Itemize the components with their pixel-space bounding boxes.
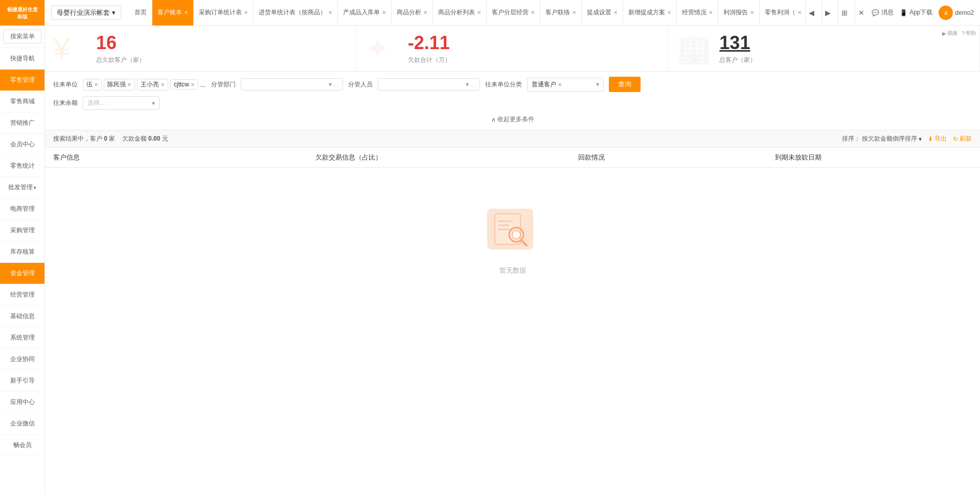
sidebar-item-finance[interactable]: 资金管理	[0, 263, 44, 284]
chevron-down-icon: ▾	[329, 81, 332, 88]
sidebar-item-retail-stat[interactable]: 零售统计	[0, 155, 44, 177]
query-button[interactable]: 查询	[609, 77, 641, 92]
balance-label: 往来余额	[53, 99, 78, 107]
chevron-down-icon: ▾	[919, 136, 922, 143]
sidebar-item-appcenter[interactable]: 应用中心	[0, 392, 44, 413]
sidebar-item-label: 零售统计	[10, 162, 35, 170]
tag-close-icon[interactable]: ✕	[94, 82, 98, 87]
tab-improve-settings[interactable]: 提成设置 ✕	[582, 0, 623, 26]
col-overdue: 到期未放欵日期	[775, 153, 972, 162]
sidebar-item-retail[interactable]: 零售管理	[0, 70, 44, 91]
tab-close-all-button[interactable]: ✕	[855, 0, 868, 26]
filter-tags-container: 伍 ✕ 陈民强 ✕ 王小亮 ✕ cjttcw ✕	[83, 79, 206, 91]
video-help-button[interactable]: ▶ 视频	[942, 30, 958, 37]
tab-close-icon[interactable]: ✕	[477, 10, 481, 15]
tab-product-analysis[interactable]: 商品分析 ✕	[392, 0, 433, 26]
app-download-button[interactable]: 📱 App下载	[900, 8, 932, 17]
sidebar-item-quick-nav[interactable]: 快捷导航	[0, 48, 44, 70]
export-button[interactable]: ⬇ 导出	[928, 134, 947, 143]
manager-more-dots: ...	[471, 81, 475, 87]
sidebar-item-operations[interactable]: 经营管理	[0, 284, 44, 306]
message-icon: 💬	[872, 9, 879, 16]
tab-home[interactable]: 首页	[129, 0, 152, 26]
sidebar-item-inventory[interactable]: 库存核算	[0, 241, 44, 263]
tab-customer-segment[interactable]: 客户分层经营 ✕	[487, 0, 540, 26]
balance-placeholder: 选择...	[87, 99, 105, 107]
balance-select[interactable]: 选择... ▾	[83, 96, 159, 110]
no-data-illustration	[490, 211, 531, 247]
tab-close-icon[interactable]: ✕	[709, 10, 713, 15]
tab-close-icon[interactable]: ✕	[244, 10, 248, 15]
sidebar-item-vip[interactable]: 畅会员	[0, 435, 44, 456]
sidebar-item-ecommerce[interactable]: 电商管理	[0, 198, 44, 220]
tag-close-icon[interactable]: ✕	[558, 82, 562, 87]
table-body: 暂无数据	[45, 168, 980, 316]
search-actions: 排序： 按欠款金额倒序排序 ▾ ⬇ 导出 ↻ 刷新	[842, 134, 972, 143]
tab-close-icon[interactable]: ✕	[382, 10, 386, 15]
sidebar-item-member[interactable]: 会员中心	[0, 134, 44, 155]
sidebar-item-retail-mall[interactable]: 零售商城	[0, 91, 44, 113]
svg-rect-3	[498, 229, 511, 230]
tag-label: 伍	[86, 80, 93, 89]
collapse-label: 收起更多条件	[497, 115, 534, 124]
sidebar-item-guide[interactable]: 新手引导	[0, 370, 44, 392]
sidebar-item-system[interactable]: 系统管理	[0, 327, 44, 349]
tab-customer-book[interactable]: 客户账本 ✕	[152, 0, 194, 26]
tab-close-icon[interactable]: ✕	[531, 10, 535, 15]
sidebar-search-area: 搜索菜单	[0, 26, 44, 48]
stat-debt-label: 欠款合计（万）	[408, 56, 451, 64]
tab-cost-inbound[interactable]: 产成品入库单 ✕	[338, 0, 392, 26]
tab-close-icon[interactable]: ✕	[328, 10, 332, 15]
tab-purchase-order[interactable]: 采购订单统计表 ✕	[194, 0, 254, 26]
text-help-button[interactable]: ? 帮助	[962, 30, 976, 37]
sidebar-item-marketing[interactable]: 营销推广	[0, 113, 44, 134]
top-bar: 母婴行业演示帐套 ▾ 首页 客户账本 ✕ 采购订单统计表 ✕ 进货单统计表（按商…	[45, 0, 980, 26]
tab-incoming-stat[interactable]: 进货单统计表（按商品） ✕	[254, 0, 338, 26]
tab-close-icon[interactable]: ✕	[184, 10, 188, 15]
sidebar-item-enterprise[interactable]: 企业协同	[0, 349, 44, 370]
collapse-button[interactable]: ∧ 收起更多条件	[53, 114, 972, 125]
table-header: 客户信息 欠款交易信息（占比） 回款情况 到期未放欵日期	[45, 148, 980, 168]
sort-select[interactable]: 排序： 按欠款金额倒序排序 ▾	[842, 134, 922, 143]
tab-close-icon[interactable]: ✕	[667, 10, 671, 15]
sidebar-item-label: 企业协同	[10, 355, 35, 364]
tab-next-button[interactable]: ▶	[822, 0, 834, 26]
user-profile-button[interactable]: d demo2	[939, 6, 974, 20]
tag-label: cjttcw	[174, 81, 189, 88]
tab-close-icon[interactable]: ✕	[750, 10, 754, 15]
more-tags-button[interactable]: ...	[200, 81, 206, 88]
sidebar-item-wechat[interactable]: 企业微信	[0, 413, 44, 435]
tab-customer-connect[interactable]: 客户联络 ✕	[540, 0, 582, 26]
unit-class-select[interactable]: 普通客户 ✕ ▾	[527, 78, 604, 92]
empty-icon-bg	[487, 209, 533, 250]
tab-operations-status[interactable]: 经营情况 ✕	[677, 0, 718, 26]
tab-label: 客户分层经营	[492, 8, 529, 17]
tab-close-icon[interactable]: ✕	[572, 10, 576, 15]
refresh-button[interactable]: ↻ 刷新	[953, 134, 972, 143]
top-right-area: 💬 消息 📱 App下载 d demo2	[872, 6, 974, 20]
tab-retail-profit[interactable]: 零售利润（ ✕	[760, 0, 801, 26]
tab-close-icon[interactable]: ✕	[797, 10, 801, 15]
tag-close-icon[interactable]: ✕	[191, 82, 195, 87]
from-unit-label: 往来单位	[53, 80, 78, 89]
sidebar-item-basic[interactable]: 基础信息	[0, 306, 44, 327]
col-customer-info: 客户信息	[53, 153, 315, 162]
division-select[interactable]: ▾ ...	[241, 78, 343, 91]
tab-close-icon[interactable]: ✕	[613, 10, 618, 15]
account-dropdown[interactable]: 母婴行业演示帐套 ▾	[51, 6, 121, 20]
tab-prev-button[interactable]: ◀	[805, 0, 817, 26]
tag-close-icon[interactable]: ✕	[161, 82, 165, 87]
tab-label: 零售利润（	[765, 8, 795, 17]
search-menu-button[interactable]: 搜索菜单	[3, 30, 41, 43]
tab-new-improve[interactable]: 新增提成方案 ✕	[623, 0, 677, 26]
tab-profit-report[interactable]: 利润报告 ✕	[718, 0, 760, 26]
sidebar-item-label: 电商管理	[10, 205, 35, 213]
tag-close-icon[interactable]: ✕	[127, 82, 131, 87]
tab-product-analysis-list[interactable]: 商品分析列表 ✕	[433, 0, 487, 26]
tab-close-icon[interactable]: ✕	[423, 10, 427, 15]
tab-expand-button[interactable]: ⊞	[838, 0, 851, 26]
manager-select[interactable]: ▾ ...	[378, 78, 480, 91]
sidebar-item-purchase[interactable]: 采购管理	[0, 220, 44, 241]
sidebar-item-wholesale[interactable]: 批发管理 ▾	[0, 177, 44, 198]
message-button[interactable]: 💬 消息	[872, 8, 894, 17]
